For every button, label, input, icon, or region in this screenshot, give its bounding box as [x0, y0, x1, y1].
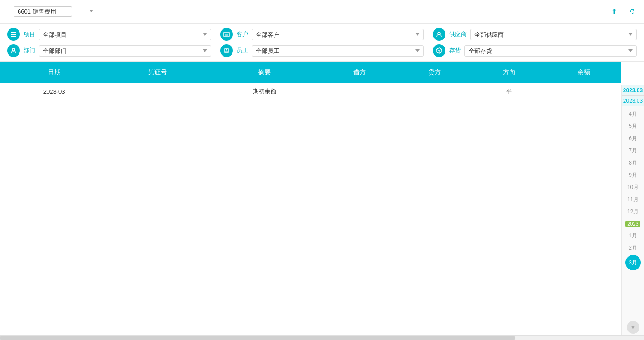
- table-container: 日期 凭证号 摘要 借方 贷方 方向 余额 2023-03期初余额平 2023.…: [0, 62, 644, 335]
- timeline-2[interactable]: 2月: [622, 242, 644, 254]
- account-nav: [7, 6, 79, 17]
- supplier-select[interactable]: 全部供应商: [470, 29, 637, 40]
- next-arrow[interactable]: [75, 11, 79, 13]
- timeline-panel: 2023.03 2023.03 4月 5月 6月 7月 8月 9月 10月 11…: [621, 85, 644, 335]
- timeline-6[interactable]: 6月: [622, 132, 644, 145]
- svg-rect-2: [11, 36, 16, 37]
- employee-icon: [220, 44, 233, 57]
- chevron-down-icon: [90, 10, 93, 12]
- cell-balance: [547, 83, 621, 100]
- cell-date: 2023-03: [0, 83, 108, 100]
- col-direction: 方向: [472, 62, 546, 83]
- timeline-5[interactable]: 5月: [622, 120, 644, 132]
- col-summary: 摘要: [207, 62, 322, 83]
- filter-item-supplier: 供应商 全部供应商: [433, 28, 637, 41]
- download-button[interactable]: ⬆: [611, 8, 619, 16]
- employee-label: 员工: [237, 47, 248, 55]
- timeline-items: 4月 5月 6月 7月 8月 9月 10月 11月 12月 2023 1月 2月…: [622, 106, 644, 319]
- timeline-7[interactable]: 7月: [622, 145, 644, 157]
- supplier-icon: [433, 28, 445, 41]
- cell-voucher: [108, 83, 207, 100]
- top-actions: ⬆ 🖨: [611, 8, 637, 16]
- timeline-1[interactable]: 1月: [622, 230, 644, 242]
- department-label: 部门: [24, 47, 35, 55]
- top-bar: ⬆ 🖨: [0, 0, 644, 24]
- customer-icon: [220, 28, 233, 41]
- timeline-4[interactable]: 4月: [622, 108, 644, 120]
- svg-rect-1: [11, 34, 16, 35]
- timeline-8[interactable]: 8月: [622, 157, 644, 169]
- project-icon: [7, 28, 20, 41]
- department-select[interactable]: 全部部门: [39, 45, 211, 57]
- svg-point-7: [226, 49, 227, 51]
- print-button[interactable]: 🖨: [628, 8, 637, 15]
- project-label: 项目: [24, 30, 35, 38]
- download-icon: ⬆: [611, 8, 617, 16]
- filter-item-department: 部门 全部部门: [7, 44, 211, 57]
- data-table: 日期 凭证号 摘要 借方 贷方 方向 余额 2023-03期初余额平: [0, 62, 621, 100]
- col-date: 日期: [0, 62, 108, 83]
- table-row: 2023-03期初余额平: [0, 83, 621, 100]
- print-icon: 🖨: [628, 8, 635, 15]
- customer-label: 客户: [237, 30, 248, 38]
- year-2023-badge: 2023: [625, 221, 640, 227]
- timeline-9[interactable]: 9月: [622, 169, 644, 181]
- department-icon: [7, 44, 20, 57]
- table-header-row: 日期 凭证号 摘要 借方 贷方 方向 余额: [0, 62, 621, 83]
- project-select[interactable]: 全部项目: [39, 29, 211, 40]
- cell-direction: 平: [472, 83, 546, 100]
- prev-arrow[interactable]: [7, 11, 11, 13]
- cell-debit: [322, 83, 397, 100]
- col-credit: 贷方: [397, 62, 472, 83]
- inventory-select[interactable]: 全部存货: [464, 45, 637, 57]
- col-voucher: 凭证号: [108, 62, 207, 83]
- col-debit: 借方: [322, 62, 397, 83]
- timeline-12[interactable]: 12月: [622, 206, 644, 218]
- supplier-label: 供应商: [449, 30, 467, 38]
- timeline-header-1[interactable]: 2023.03: [622, 85, 644, 96]
- cell-credit: [397, 83, 472, 100]
- show-sub-button[interactable]: [88, 10, 93, 13]
- filter-item-project: 项目 全部项目: [7, 28, 211, 41]
- table-scroll[interactable]: 日期 凭证号 摘要 借方 贷方 方向 余额 2023-03期初余额平: [0, 62, 621, 335]
- svg-rect-0: [11, 32, 16, 33]
- filter-item-customer: 客户 全部客户: [220, 28, 424, 41]
- year-badge-container: 2023: [625, 218, 640, 230]
- inventory-label: 存货: [449, 47, 461, 55]
- col-balance: 余额: [547, 62, 621, 83]
- account-code-input[interactable]: [14, 6, 72, 17]
- timeline-11[interactable]: 11月: [622, 194, 644, 206]
- customer-select[interactable]: 全部客户: [252, 29, 424, 40]
- filter-item-employee: 员工 全部员工: [220, 44, 424, 57]
- timeline-10[interactable]: 10月: [622, 181, 644, 194]
- h-scrollbar[interactable]: [0, 335, 644, 340]
- timeline-3-selected[interactable]: 3月: [625, 255, 641, 270]
- timeline-header-2[interactable]: 2023.03: [622, 96, 644, 106]
- employee-select[interactable]: 全部员工: [252, 45, 424, 57]
- inventory-icon: [433, 44, 445, 57]
- filter-item-inventory: 存货 全部存货: [433, 44, 637, 57]
- table-body: 2023-03期初余额平: [0, 83, 621, 100]
- main-container: ⬆ 🖨 项目 全部项目: [0, 0, 644, 340]
- cell-summary: 期初余额: [207, 83, 322, 100]
- timeline-down-arrow[interactable]: ▼: [627, 321, 639, 334]
- filter-bar: 项目 全部项目 客户 全部客户: [0, 24, 644, 62]
